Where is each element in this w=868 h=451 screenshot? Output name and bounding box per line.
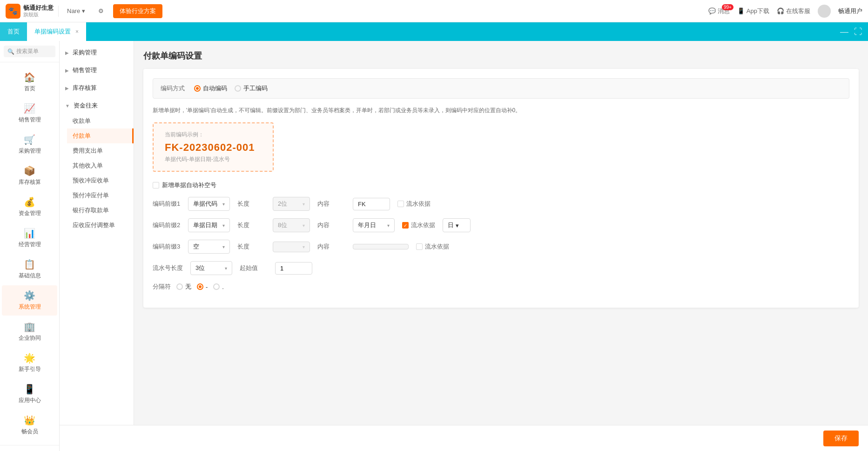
sub-menu-inventory-header[interactable]: ▶ 库存核算 xyxy=(60,80,134,96)
member-icon: 👑 xyxy=(24,415,35,426)
prefix2-serial-unit-select[interactable]: 日 ▾ xyxy=(443,218,471,232)
sales-icon: 📈 xyxy=(24,103,35,114)
capital-menu-label: 资金往来 xyxy=(74,101,98,110)
serial-length-select[interactable]: 3位 ▾ xyxy=(190,261,232,275)
sep-none-label: 无 xyxy=(185,283,191,291)
sep-dash-radio[interactable]: - xyxy=(197,283,208,290)
sidebar-item-member[interactable]: 👑 畅会员 xyxy=(2,410,57,440)
sidebar-nav: 🏠 首页 📈 销售管理 🛒 采购管理 📦 库存核算 💰 资金管理 📊 经 xyxy=(0,62,59,445)
chevron-down-icon-p1l: ▾ xyxy=(303,202,305,207)
content-area: 付款单编码设置 编码方式 自动编码 手工编码 新增单据时，'单据编码'自动生成 xyxy=(134,41,868,451)
maximize-icon[interactable]: ⛶ xyxy=(852,27,864,37)
prefix3-content-input xyxy=(353,244,409,249)
settings-icon-btn[interactable]: ⚙ xyxy=(94,4,108,19)
tab-encoding-settings[interactable]: 单据编码设置 × xyxy=(27,22,86,41)
sidebar-search[interactable]: 🔍 搜索菜单 xyxy=(0,41,59,62)
prefix2-serial-checkbox[interactable]: ✓ 流水依据 xyxy=(402,221,435,229)
chevron-down-icon-p3: ▾ xyxy=(222,244,225,249)
sidebar-label-inventory: 库存核算 xyxy=(19,178,41,186)
collapse-icon[interactable]: ◀ xyxy=(46,449,55,451)
avatar[interactable] xyxy=(818,5,831,18)
sub-menu-item-pre-collection[interactable]: 预收冲应收单 xyxy=(67,173,134,188)
home-tab-label: 首页 xyxy=(7,27,20,36)
tab-home[interactable]: 首页 xyxy=(0,22,27,41)
sub-menu-sales-header[interactable]: ▶ 销售管理 xyxy=(60,62,134,78)
prefix1-length-val: 2位 xyxy=(278,200,287,208)
search-inner[interactable]: 🔍 搜索菜单 xyxy=(4,46,55,57)
sidebar-bottom: ⚙ ◀ xyxy=(0,445,59,451)
radio-auto-code[interactable]: 自动编码 xyxy=(194,84,227,93)
sub-menu-item-payment[interactable]: 付款单 xyxy=(67,128,134,143)
service-button[interactable]: 🎧 在线客服 xyxy=(777,7,810,15)
page-title: 付款单编码设置 xyxy=(143,50,859,61)
prefix3-select[interactable]: 空 ▾ xyxy=(188,240,230,254)
prefix3-length-label: 长度 xyxy=(237,242,265,251)
minimize-icon[interactable]: — xyxy=(838,27,850,37)
sub-menu-item-expense[interactable]: 费用支出单 xyxy=(67,143,134,158)
arrow-right-icon2: ▶ xyxy=(65,68,69,73)
sub-menu-purchase: ▶ 采购管理 xyxy=(60,45,134,61)
sidebar-item-system[interactable]: ⚙️ 系统管理 xyxy=(2,285,57,316)
sidebar-item-home[interactable]: 🏠 首页 xyxy=(2,67,57,97)
system-icon: ⚙️ xyxy=(24,290,35,301)
sidebar-item-apps[interactable]: 📱 应用中心 xyxy=(2,379,57,409)
operation-icon: 📊 xyxy=(24,228,35,239)
nav-tabs: 首页 单据编码设置 × — ⛶ xyxy=(0,22,868,41)
serial-row: 流水号长度 3位 ▾ 起始值 xyxy=(153,261,849,275)
prefix3-serial-label: 流水依据 xyxy=(425,242,449,251)
tab-end-controls: — ⛶ xyxy=(838,27,868,37)
prefix1-serial-label: 流水依据 xyxy=(406,200,431,208)
auto-fill-checkbox[interactable]: 新增单据自动补空号 xyxy=(153,181,849,189)
sidebar: 🔍 搜索菜单 🏠 首页 📈 销售管理 🛒 采购管理 📦 库存核算 💰 xyxy=(0,41,60,451)
start-value-input[interactable] xyxy=(275,262,312,275)
sidebar-item-sales[interactable]: 📈 销售管理 xyxy=(2,98,57,128)
chevron-down-icon-p2c: ▾ xyxy=(387,223,390,228)
sub-menu-capital-header[interactable]: ▼ 资金往来 xyxy=(60,98,134,114)
company-selector[interactable]: Nare ▾ xyxy=(63,6,89,16)
sub-menu-item-pre-payment[interactable]: 预付冲应付单 xyxy=(67,188,134,203)
sidebar-label-apps: 应用中心 xyxy=(19,397,41,404)
sidebar-item-inventory[interactable]: 📦 库存核算 xyxy=(2,161,57,191)
logo-sub-text: 旗舰版 xyxy=(23,12,54,18)
sidebar-item-basic[interactable]: 📋 基础信息 xyxy=(2,254,57,284)
trial-button[interactable]: 体验行业方案 xyxy=(113,4,162,18)
sub-menu-item-ar-adjust[interactable]: 应收应付调整单 xyxy=(67,218,134,233)
enterprise-icon: 🏢 xyxy=(24,321,35,332)
sidebar-item-purchase[interactable]: 🛒 采购管理 xyxy=(2,129,57,160)
prefix1-length-input: 2位 ▾ xyxy=(273,197,310,211)
sidebar-item-operation[interactable]: 📊 经营管理 xyxy=(2,223,57,253)
header-left: 🐾 畅通好生意 旗舰版 Nare ▾ ⚙ 体验行业方案 xyxy=(6,4,162,19)
bottom-bar: 保存 xyxy=(60,425,868,451)
prefix3-serial-checkbox[interactable]: 流水依据 xyxy=(416,242,449,251)
download-icon: 📱 xyxy=(737,7,745,14)
chevron-down-icon-sl: ▾ xyxy=(225,266,227,271)
save-button[interactable]: 保存 xyxy=(823,431,859,446)
prefix2-serial-label: 流水依据 xyxy=(411,221,435,229)
prefix2-content-select[interactable]: 年月日 ▾ xyxy=(353,218,395,232)
tab-close-icon[interactable]: × xyxy=(75,28,79,35)
separator-label: 分隔符 xyxy=(153,283,171,291)
prefix1-serial-checkbox[interactable]: 流水依据 xyxy=(397,200,431,208)
header-divider xyxy=(58,6,59,17)
prefix1-select[interactable]: 单据代码 ▾ xyxy=(188,197,230,211)
download-button[interactable]: 📱 App下载 xyxy=(737,7,769,15)
logo-text: 畅通好生意 旗舰版 xyxy=(23,4,54,18)
prefix2-select[interactable]: 单据日期 ▾ xyxy=(188,218,230,232)
sub-menu-item-bank[interactable]: 银行存取款单 xyxy=(67,203,134,218)
settings-bottom-icon[interactable]: ⚙ xyxy=(4,449,14,451)
basic-icon: 📋 xyxy=(24,259,35,270)
sidebar-item-finance[interactable]: 💰 资金管理 xyxy=(2,192,57,222)
radio-manual-code[interactable]: 手工编码 xyxy=(235,84,268,93)
prefix3-content-label: 内容 xyxy=(317,242,345,251)
message-button[interactable]: 💬 消息 99+ xyxy=(708,7,730,15)
sub-menu-purchase-header[interactable]: ▶ 采购管理 xyxy=(60,45,134,61)
prefix2-label: 编码前缀2 xyxy=(153,221,181,229)
sep-dot-radio[interactable]: . xyxy=(213,283,224,290)
sidebar-item-enterprise[interactable]: 🏢 企业协同 xyxy=(2,316,57,347)
sub-menu-item-receipt[interactable]: 收款单 xyxy=(67,114,134,128)
sidebar-item-guide[interactable]: 🌟 新手引导 xyxy=(2,348,57,378)
sub-menu-item-other-income[interactable]: 其他收入单 xyxy=(67,158,134,173)
prefix1-content-input: FK xyxy=(353,198,390,210)
prefix1-length-label: 长度 xyxy=(237,200,265,208)
sep-none-radio[interactable]: 无 xyxy=(176,283,191,291)
